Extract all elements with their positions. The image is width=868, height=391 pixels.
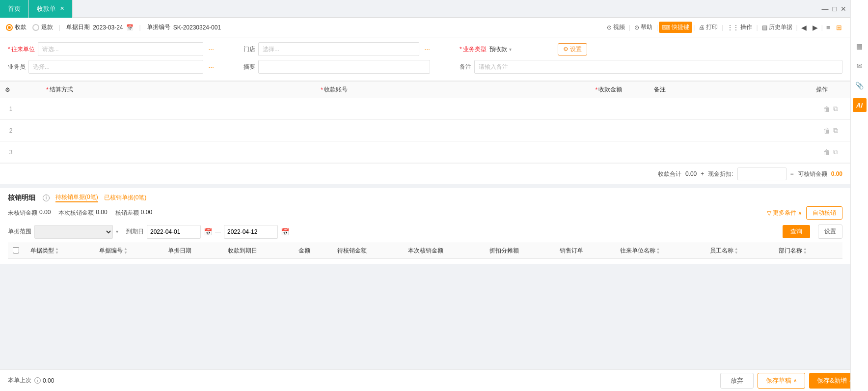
- row-3-account[interactable]: [316, 141, 590, 163]
- maximize-button[interactable]: □: [833, 5, 837, 13]
- calendar-icon[interactable]: 📅: [126, 24, 134, 31]
- tab-home[interactable]: 首页: [0, 0, 29, 18]
- row-1-copy-icon[interactable]: ⧉: [833, 105, 838, 113]
- print-label: 打印: [706, 23, 718, 31]
- row-3-copy-icon[interactable]: ⧉: [833, 148, 838, 156]
- row-3-actions: 🗑 ⧉: [811, 141, 850, 163]
- next-view-btn[interactable]: ▶: [810, 23, 820, 32]
- store-more-btn[interactable]: ···: [424, 45, 430, 53]
- sidebar-table-icon[interactable]: ▦: [853, 39, 867, 53]
- auto-verify-button[interactable]: 自动核销: [806, 206, 842, 220]
- row-1-actions: 🗑 ⧉: [811, 98, 850, 120]
- date-range: 📅 — 📅: [147, 225, 289, 239]
- store-field: 门店 ···: [244, 42, 430, 56]
- date-to-input[interactable]: [224, 225, 278, 239]
- col-dept-label: 部门名称: [779, 247, 802, 255]
- separator-2: |: [139, 24, 141, 31]
- row-2-num: 2: [0, 120, 22, 141]
- row-2-amount[interactable]: [590, 120, 649, 141]
- settings-icon: ⚙: [5, 86, 10, 93]
- sort-icon-type: ▲▼: [55, 247, 59, 255]
- tab-receipt[interactable]: 收款单 ✕: [29, 0, 73, 18]
- video-action[interactable]: ⊙ 视频: [604, 22, 628, 33]
- right-sidebar: ▦ ✉ 📎 Ai: [850, 0, 868, 285]
- query-button[interactable]: 查询: [783, 225, 810, 238]
- table-row: 3 🗑 ⧉: [0, 141, 850, 163]
- counterparty-more-btn[interactable]: ···: [208, 45, 214, 53]
- col-remark-header: 备注: [649, 82, 811, 98]
- range-select[interactable]: [34, 225, 113, 239]
- tab-done[interactable]: 已核销单据(0笔): [104, 194, 147, 202]
- summary-input[interactable]: [258, 60, 430, 74]
- remark-input[interactable]: [474, 60, 842, 74]
- row-3-settlement[interactable]: [41, 141, 316, 163]
- row-3-amount[interactable]: [590, 141, 649, 163]
- tab-close-icon[interactable]: ✕: [60, 5, 64, 12]
- date-from-input[interactable]: [147, 225, 201, 239]
- filter-row: 单据范围 ▾ 到期日 📅 — 📅 查询 设置: [8, 224, 842, 239]
- salesperson-more-btn[interactable]: ···: [208, 63, 214, 71]
- counterparty-input[interactable]: [38, 42, 204, 56]
- close-window-button[interactable]: ✕: [841, 5, 846, 13]
- more-conditions-btn[interactable]: ▽ 更多条件 ∧: [767, 209, 802, 217]
- total-value: 0.00: [685, 170, 697, 177]
- select-all-checkbox[interactable]: [13, 247, 19, 253]
- row-2-settlement[interactable]: [41, 120, 316, 141]
- store-input[interactable]: [258, 42, 419, 56]
- tab-pending[interactable]: 待核销单据(0笔): [55, 193, 98, 202]
- verification-section: 核销明细 i 待核销单据(0笔) 已核销单据(0笔) 未核销金额 0.00 本次…: [0, 188, 850, 264]
- help-action[interactable]: ⊙ 帮助: [631, 22, 655, 33]
- row-1-amount[interactable]: [590, 98, 649, 120]
- window-controls: — □ ✕: [822, 5, 850, 13]
- operation-label: 操作: [740, 23, 752, 31]
- business-type-value: 预收款: [489, 45, 507, 54]
- shortcut-action[interactable]: ⌨ 快捷键: [659, 22, 692, 33]
- print-action[interactable]: 🖨 打印: [696, 22, 721, 33]
- sep7: |: [821, 24, 823, 31]
- bill-no-label: 单据编号: [147, 23, 170, 31]
- form-settings-button[interactable]: ⚙ 设置: [558, 43, 587, 56]
- col-checkbox-header[interactable]: [8, 243, 26, 259]
- row-1-settlement[interactable]: [41, 98, 316, 120]
- col-duedate-label: 收款到期日: [228, 247, 257, 254]
- discount-input[interactable]: [737, 168, 787, 180]
- cal-icon-to[interactable]: 📅: [281, 228, 289, 236]
- col-settings-header[interactable]: ⚙: [0, 82, 22, 98]
- radio-refund[interactable]: 退款: [32, 23, 53, 31]
- operation-action[interactable]: ⋮⋮ 操作: [724, 22, 755, 33]
- row-3-remark[interactable]: [649, 141, 811, 163]
- row-1-remark[interactable]: [649, 98, 811, 120]
- row-1-delete-icon[interactable]: 🗑: [823, 105, 830, 113]
- row-2-copy-icon[interactable]: ⧉: [833, 126, 838, 135]
- layout-toggle: ≡ ⊞: [824, 23, 844, 32]
- form-area: *往来单位 ··· 门店 ··· *业务类型 预收款 ▾: [0, 37, 850, 81]
- salesperson-input[interactable]: [28, 60, 203, 74]
- sidebar-email-icon[interactable]: ✉: [853, 59, 867, 73]
- stat-diff: 核销差额 0.00: [115, 209, 152, 217]
- available-value: 0.00: [831, 170, 842, 177]
- history-action[interactable]: ▤ 历史单据: [759, 22, 795, 33]
- history-icon: ▤: [762, 24, 767, 31]
- cal-icon-from[interactable]: 📅: [204, 228, 212, 236]
- sep3: |: [693, 24, 695, 31]
- prev-view-btn[interactable]: ◀: [799, 23, 809, 32]
- sidebar-expand-icon[interactable]: Ai: [853, 98, 867, 112]
- row-2-account[interactable]: [316, 120, 590, 141]
- counterparty-label: *往来单位: [8, 45, 35, 54]
- list-view-btn[interactable]: ≡: [824, 23, 833, 32]
- business-type-select[interactable]: 预收款 ▾: [489, 45, 512, 54]
- diff-label: 核销差额: [115, 209, 139, 217]
- verify-info-icon[interactable]: i: [43, 195, 50, 201]
- doc-type-radio-group: 收款 退款: [6, 23, 53, 31]
- date-separator: —: [215, 228, 221, 235]
- filter-settings-button[interactable]: 设置: [818, 224, 842, 239]
- row-2-delete-icon[interactable]: 🗑: [823, 127, 830, 135]
- available-label: 可核销金额: [798, 170, 827, 178]
- grid-view-btn[interactable]: ⊞: [834, 23, 844, 32]
- row-2-remark[interactable]: [649, 120, 811, 141]
- sidebar-attachment-icon[interactable]: 📎: [853, 79, 867, 92]
- minimize-button[interactable]: —: [822, 5, 829, 13]
- row-3-delete-icon[interactable]: 🗑: [823, 148, 830, 156]
- row-1-account[interactable]: [316, 98, 590, 120]
- radio-receipt[interactable]: 收款: [6, 23, 27, 31]
